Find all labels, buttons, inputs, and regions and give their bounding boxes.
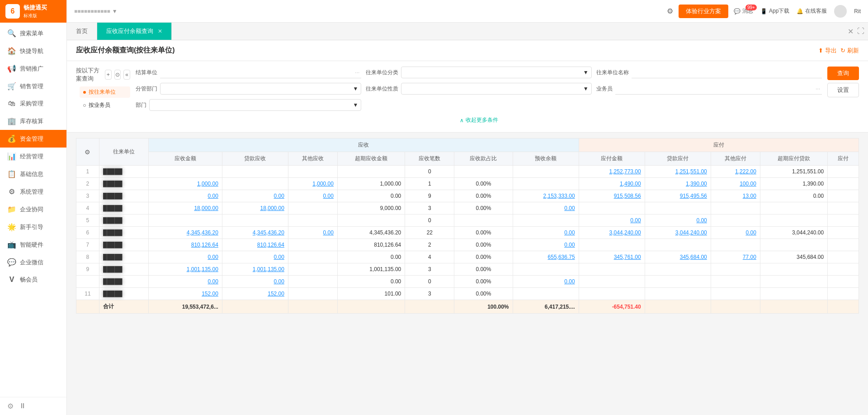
table-cell[interactable]: 0.00 [513,202,579,215]
sidebar-item-marketing[interactable]: 📢 营销推广 [0,60,66,77]
table-cell[interactable]: 1,001,135.00 [222,263,288,276]
export-button[interactable]: ⬆ 导出 [818,47,837,55]
table-cell[interactable] [711,263,760,276]
settings-footer-icon[interactable]: ⚙ [7,402,14,410]
table-cell[interactable]: 0.00 [222,251,288,263]
filter-settings-btn[interactable]: ⊙ [114,70,121,80]
table-cell[interactable]: 0.00 [513,227,579,239]
collapse-icon[interactable]: ⏸ [19,402,26,410]
field-salesman-value[interactable]: ··· [615,83,822,95]
tab-home[interactable]: 首页 [67,23,97,40]
table-cell[interactable]: 0.00 [222,190,288,202]
table-cell[interactable]: 915,508.56 [579,190,645,202]
sidebar-item-system[interactable]: ⚙ 系统管理 [0,183,66,200]
solution-button[interactable]: 体验行业方案 [679,5,728,18]
tab-balance-query[interactable]: 应收应付余额查询 ✕ [97,23,172,40]
table-cell[interactable]: 3,044,240.00 [579,227,645,239]
table-cell[interactable] [288,166,337,178]
field-partner-cat-value[interactable]: ▼ [401,67,591,78]
table-cell[interactable]: 1,222.00 [711,166,760,178]
table-cell[interactable]: 0.00 [288,190,337,202]
filter-add-btn[interactable]: + [105,70,112,80]
table-cell[interactable]: 152.00 [222,288,288,300]
message-button[interactable]: 💬 消息 99+ [734,7,753,15]
table-cell[interactable]: 0.00 [579,215,645,227]
table-cell[interactable] [288,251,337,263]
app-download-button[interactable]: 📱 App下载 [760,7,789,15]
table-cell[interactable] [288,239,337,251]
table-cell[interactable]: 0.00 [222,276,288,288]
table-cell[interactable]: 0.00 [645,215,711,227]
table-cell[interactable] [645,202,711,215]
table-cell[interactable] [711,239,760,251]
table-cell[interactable] [711,288,760,300]
table-cell[interactable] [288,288,337,300]
table-cell[interactable] [579,276,645,288]
table-cell[interactable] [645,276,711,288]
gear-icon[interactable]: ⚙ [667,7,673,15]
table-cell[interactable] [148,166,222,178]
field-partner-name-value[interactable] [632,67,822,78]
table-settings-icon[interactable]: ⚙ [85,148,90,156]
table-cell[interactable]: 4,345,436.20 [148,227,222,239]
table-cell[interactable]: 3,044,240.00 [645,227,711,239]
sidebar-item-finance[interactable]: 💰 资金管理 [0,130,66,148]
table-cell[interactable]: 0.00 [148,251,222,263]
table-cell[interactable]: 810,126.64 [222,239,288,251]
table-cell[interactable]: 1,490.00 [579,178,645,190]
table-cell[interactable]: 2,153,333.00 [513,190,579,202]
table-cell[interactable] [513,288,579,300]
table-cell[interactable] [513,178,579,190]
table-cell[interactable] [513,215,579,227]
table-cell[interactable] [513,263,579,276]
table-cell[interactable]: 0.00 [148,276,222,288]
table-cell[interactable] [579,263,645,276]
table-cell[interactable]: 1,000.00 [288,178,337,190]
sidebar-item-inventory[interactable]: 🏢 库存核算 [0,112,66,130]
table-cell[interactable]: 152.00 [148,288,222,300]
table-cell[interactable] [645,263,711,276]
table-cell[interactable]: 1,001,135.00 [148,263,222,276]
table-cell[interactable]: 0.00 [711,227,760,239]
table-cell[interactable]: 655,636.75 [513,251,579,263]
table-cell[interactable] [222,215,288,227]
sidebar-item-guide[interactable]: 🌟 新手引导 [0,218,66,236]
sidebar-item-sales[interactable]: 🛒 销售管理 [0,77,66,95]
window-close-icon[interactable]: ✕ [848,27,854,36]
sidebar-item-purchase[interactable]: 🛍 采购管理 [0,95,66,112]
table-cell[interactable]: 345,684.00 [645,251,711,263]
table-cell[interactable]: 18,000.00 [222,202,288,215]
table-cell[interactable] [711,215,760,227]
sidebar-item-hardware[interactable]: 📺 智能硬件 [0,236,66,253]
table-cell[interactable] [645,288,711,300]
table-cell[interactable]: 1,251,551.00 [645,166,711,178]
filter-option-salesman[interactable]: 按业务员 [80,100,130,111]
table-cell[interactable] [579,288,645,300]
table-cell[interactable]: 0.00 [288,227,337,239]
table-cell[interactable] [579,202,645,215]
table-cell[interactable]: 100.00 [711,178,760,190]
online-service-button[interactable]: 🔔 在线客服 [797,7,827,15]
refresh-button[interactable]: ↻ 刷新 [840,47,859,55]
table-cell[interactable] [288,263,337,276]
setting-button[interactable]: 设置 [827,83,859,97]
field-dept-value[interactable]: ▼ [160,83,361,95]
field-partner-nature-value[interactable]: ▼ [401,83,591,95]
sidebar-item-basic[interactable]: 📋 基础信息 [0,165,66,183]
window-expand-icon[interactable]: ⛶ [857,27,864,35]
table-cell[interactable]: 0.00 [513,239,579,251]
table-cell[interactable]: 810,126.64 [148,239,222,251]
table-cell[interactable] [711,202,760,215]
table-cell[interactable] [288,215,337,227]
table-cell[interactable]: 18,000.00 [148,202,222,215]
table-cell[interactable]: 0.00 [513,276,579,288]
table-cell[interactable] [288,202,337,215]
sidebar-item-nav[interactable]: 🏠 快捷导航 [0,42,66,60]
sidebar-item-collab[interactable]: 📁 企业协同 [0,200,66,218]
table-cell[interactable] [222,178,288,190]
sidebar-item-search[interactable]: 🔍 搜索菜单 [0,24,66,42]
table-cell[interactable]: 13.00 [711,190,760,202]
table-cell[interactable] [579,239,645,251]
collapse-more-btn[interactable]: ∧ 收起更多条件 [136,114,822,127]
sidebar-item-wechat[interactable]: 💬 企业微信 [0,253,66,271]
